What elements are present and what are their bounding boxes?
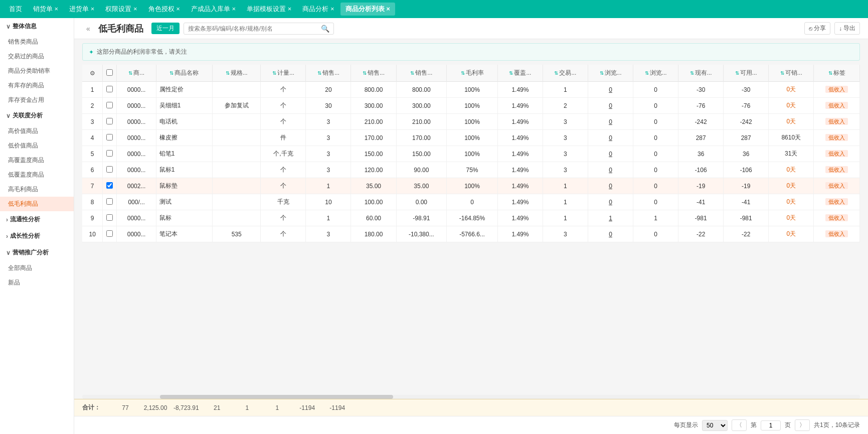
sidebar-collapse-btn[interactable]: « xyxy=(82,23,94,34)
row-checkbox[interactable] xyxy=(106,230,113,237)
row-checkbox[interactable] xyxy=(106,118,113,124)
nav-roles[interactable]: 角色授权 × xyxy=(143,3,185,16)
row-checkbox[interactable] xyxy=(106,198,113,205)
page-input[interactable] xyxy=(761,420,781,430)
row-views1[interactable]: 0 xyxy=(588,226,633,242)
select-all-checkbox[interactable] xyxy=(106,69,113,76)
sidebar-item-low-value[interactable]: 低价值商品 xyxy=(0,138,74,153)
th-sales-amount[interactable]: ⇅销售... xyxy=(396,65,447,82)
row-checkbox-cell[interactable] xyxy=(103,114,117,130)
row-views1[interactable]: 0 xyxy=(588,178,633,194)
nav-templates[interactable]: 单据模板设置 × xyxy=(242,3,296,16)
th-trade[interactable]: ⇅交易... xyxy=(543,65,588,82)
share-button[interactable]: ⎋ 分享 xyxy=(804,22,830,35)
nav-home[interactable]: 首页 xyxy=(4,3,27,16)
sidebar-group-growth[interactable]: › 成长性分析 xyxy=(0,228,74,244)
sidebar-item-new-goods[interactable]: 新品 xyxy=(0,275,74,290)
table-row: 7 0002... 鼠标垫 个 1 35.00 35.00 100% 1.49%… xyxy=(82,178,860,194)
sidebar-group-circulation[interactable]: › 流通性分析 xyxy=(0,211,74,228)
row-checkbox-cell[interactable] xyxy=(103,226,117,242)
nav-products[interactable]: 产成品入库单 × xyxy=(186,3,241,16)
row-checkbox[interactable] xyxy=(106,150,113,157)
sidebar-item-low-margin[interactable]: 低毛利商品 xyxy=(0,197,74,211)
next-page-button[interactable]: 〉 xyxy=(795,419,810,431)
prev-page-button[interactable]: 〈 xyxy=(732,419,747,431)
row-no: 3 xyxy=(82,114,103,130)
th-checkbox[interactable] xyxy=(103,65,117,82)
sidebar-item-low-coverage[interactable]: 低覆盖度商品 xyxy=(0,168,74,182)
th-tag[interactable]: ⇅标签 xyxy=(814,65,860,82)
row-checkbox[interactable] xyxy=(106,166,113,173)
sidebar-item-all-goods[interactable]: 全部商品 xyxy=(0,261,74,275)
sidebar-item-stock-capital[interactable]: 库存资金占用 xyxy=(0,93,74,107)
row-checkbox[interactable] xyxy=(106,214,113,221)
sidebar-group-overview[interactable]: ∨ 整体信息 xyxy=(0,18,74,35)
row-checkbox-cell[interactable] xyxy=(103,130,117,146)
row-checkbox[interactable] xyxy=(106,182,113,189)
row-checkbox-cell[interactable] xyxy=(103,98,117,114)
row-checkbox[interactable] xyxy=(106,102,113,108)
scroll-thumb[interactable] xyxy=(160,395,393,399)
th-saleable[interactable]: ⇅可销... xyxy=(769,65,814,82)
row-views1[interactable]: 0 xyxy=(588,146,633,162)
row-views1[interactable]: 0 xyxy=(588,162,633,178)
search-icon[interactable]: 🔍 xyxy=(321,25,329,33)
row-sales-price: 35.00 xyxy=(351,178,396,194)
sidebar-item-in-stock[interactable]: 有库存的商品 xyxy=(0,78,74,93)
nav-analysis-list[interactable]: 商品分析列表 × xyxy=(340,3,395,16)
nav-permissions[interactable]: 权限设置 × xyxy=(100,3,142,16)
search-input[interactable] xyxy=(188,25,321,32)
row-unit: 个 xyxy=(261,178,306,194)
sidebar-group-growth-label: 成长性分析 xyxy=(10,232,40,240)
th-gross-rate[interactable]: ⇅毛利率 xyxy=(447,65,498,82)
th-sales-qty[interactable]: ⇅销售... xyxy=(306,65,351,82)
row-available: -242 xyxy=(724,114,769,130)
row-views1[interactable]: 0 xyxy=(588,82,633,98)
th-unit[interactable]: ⇅计量... xyxy=(261,65,306,82)
sidebar-item-traded-goods[interactable]: 交易过的商品 xyxy=(0,49,74,64)
th-views2[interactable]: ⇅浏览... xyxy=(633,65,678,82)
th-views1[interactable]: ⇅浏览... xyxy=(588,65,633,82)
period-button[interactable]: 近一月 xyxy=(151,23,180,34)
sidebar-item-sales-goods[interactable]: 销售类商品 xyxy=(0,35,74,49)
row-spec: 参加复试 xyxy=(213,98,261,114)
sidebar-item-high-margin[interactable]: 高毛利商品 xyxy=(0,182,74,197)
row-unit: 个 xyxy=(261,98,306,114)
sidebar-item-high-value[interactable]: 高价值商品 xyxy=(0,124,74,138)
th-current[interactable]: ⇅现有... xyxy=(678,65,724,82)
sidebar-group-relevance[interactable]: ∨ 关联度分析 xyxy=(0,107,74,124)
th-spec[interactable]: ⇅规格... xyxy=(213,65,261,82)
th-available[interactable]: ⇅可用... xyxy=(724,65,769,82)
sidebar-group-marketing[interactable]: ∨ 营销推广分析 xyxy=(0,244,74,261)
nav-purchase[interactable]: 进货单 × xyxy=(64,3,99,16)
row-checkbox-cell[interactable] xyxy=(103,146,117,162)
row-views1[interactable]: 0 xyxy=(588,194,633,210)
nav-sales[interactable]: 销货单 × xyxy=(28,3,63,16)
row-views1[interactable]: 0 xyxy=(588,130,633,146)
row-checkbox-cell[interactable] xyxy=(103,210,117,226)
row-sales-amount: 800.00 xyxy=(396,82,447,98)
export-button[interactable]: ↓ 导出 xyxy=(834,22,860,35)
page-size-select[interactable]: 50 20 100 xyxy=(702,420,728,431)
th-code[interactable]: ⇅商... xyxy=(117,65,156,82)
row-checkbox[interactable] xyxy=(106,134,113,140)
row-name: 属性定价 xyxy=(156,82,212,98)
th-name[interactable]: ⇅商品名称 xyxy=(156,65,212,82)
nav-analysis[interactable]: 商品分析 × xyxy=(297,3,339,16)
sidebar-item-high-coverage[interactable]: 高覆盖度商品 xyxy=(0,153,74,168)
th-sales-price[interactable]: ⇅销售... xyxy=(351,65,396,82)
row-views1[interactable]: 0 xyxy=(588,114,633,130)
table-wrapper[interactable]: ⚙ ⇅商... ⇅商品名称 ⇅规格... ⇅计量... ⇅销售... ⇅销售..… xyxy=(82,65,860,395)
row-checkbox-cell[interactable] xyxy=(103,194,117,210)
th-coverage[interactable]: ⇅覆盖... xyxy=(497,65,543,82)
th-settings[interactable]: ⚙ xyxy=(82,65,103,82)
horizontal-scrollbar[interactable] xyxy=(82,395,860,399)
row-saleable: 0天 xyxy=(769,98,814,114)
row-checkbox[interactable] xyxy=(106,86,113,92)
row-checkbox-cell[interactable] xyxy=(103,82,117,98)
row-views1[interactable]: 0 xyxy=(588,98,633,114)
sidebar-item-category-rate[interactable]: 商品分类助销率 xyxy=(0,64,74,78)
row-views1[interactable]: 1 xyxy=(588,210,633,226)
row-checkbox-cell[interactable] xyxy=(103,162,117,178)
row-checkbox-cell[interactable] xyxy=(103,178,117,194)
